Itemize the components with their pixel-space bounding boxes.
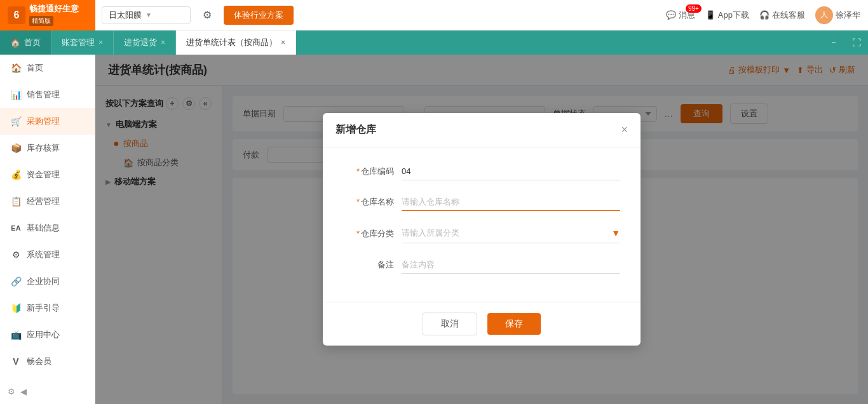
top-bar: 6 畅捷通好生意 精简版 日太阳膜 ▼ ⚙ 体验行业方案 💬 消息 99+ 📱 … [0,0,868,30]
field-name-label: *仓库名称 [343,196,394,208]
sidebar-inventory-label: 库存核算 [27,142,60,154]
guide-icon: 🔰 [10,302,22,314]
home-icon: 🏠 [10,38,20,48]
app-icon: 📱 [705,10,715,20]
vip-icon: V [10,356,22,367]
tab-accounts-close[interactable]: × [98,38,103,47]
tab-home-label: 首页 [24,37,41,48]
tab-accounts-label: 账套管理 [62,37,95,48]
sidebar-system-label: 系统管理 [27,249,60,260]
sidebar-collapse-icon[interactable]: ◀ [20,387,27,396]
user-name: 徐泽华 [836,10,860,21]
form-row-code: *仓库编码 [343,163,620,180]
sidebar-item-purchase[interactable]: 🛒 采购管理 [0,108,95,135]
dialog-title: 新增仓库 [336,123,376,137]
category-placeholder: 请输入所属分类 [402,227,459,239]
dialog-header: 新增仓库 × [323,113,641,147]
tab-purchase-return-close[interactable]: × [161,38,165,47]
finance-icon: 💰 [10,169,22,180]
tab-home[interactable]: 🏠 首页 [0,30,51,55]
sidebar-purchase-label: 采购管理 [27,116,60,127]
online-service-btn[interactable]: 🎧 在线客服 [759,10,805,21]
sidebar-enterprise-label: 企业协同 [27,276,60,287]
tab-purchase-stats[interactable]: 进货单统计表（按商品） × [176,30,296,55]
cancel-button[interactable]: 取消 [423,313,477,335]
tab-accounts[interactable]: 账套管理 × [51,30,114,55]
sidebar-finance-label: 资金管理 [27,169,60,180]
sidebar-sales-label: 销售管理 [27,89,60,100]
required-mark-category: * [356,229,360,238]
app-download-btn[interactable]: 📱 App下载 [705,10,749,21]
app-download-label: App下载 [718,10,749,21]
notification-badge: 99+ [686,4,702,13]
form-row-name: *仓库名称 [343,193,620,211]
sales-icon: 📊 [10,89,22,100]
headset-icon: 🎧 [759,10,770,20]
maximize-button[interactable]: ⛶ [845,30,868,55]
form-row-category: *仓库分类 请输入所属分类 ▼ [343,224,620,243]
required-mark-name: * [356,197,360,206]
sidebar-item-system[interactable]: ⚙ 系统管理 [0,241,95,268]
sidebar-item-basic-info[interactable]: EA 基础信息 [0,215,95,241]
dialog-overlay: 新增仓库 × *仓库编码 *仓库名称 [95,55,868,404]
user-menu[interactable]: 人 徐泽华 [815,6,860,24]
form-row-note: 备注 [343,256,620,274]
enterprise-icon: 🔗 [10,276,22,287]
dialog-body: *仓库编码 *仓库名称 *仓库分类 [323,147,641,302]
home-sidebar-icon: 🏠 [10,62,22,74]
sidebar-item-operations[interactable]: 📋 经营管理 [0,188,95,215]
logo-area: 6 畅捷通好生意 精简版 [0,0,95,30]
inventory-icon: 📦 [10,142,22,154]
field-category-select[interactable]: 请输入所属分类 ▼ [402,224,620,243]
sidebar-item-vip[interactable]: V 畅会员 [0,348,95,375]
sidebar-item-home[interactable]: 🏠 首页 [0,55,95,81]
sidebar-item-guide[interactable]: 🔰 新手引导 [0,295,95,321]
sidebar-item-inventory[interactable]: 📦 库存核算 [0,135,95,161]
sidebar-item-app-center[interactable]: 📺 应用中心 [0,321,95,348]
logo-title: 畅捷通好生意 [29,4,79,15]
basic-info-icon: EA [10,222,22,234]
sidebar-item-sales[interactable]: 📊 销售管理 [0,81,95,108]
field-note-input[interactable] [402,256,620,274]
main-layout: 🏠 首页 📊 销售管理 🛒 采购管理 📦 库存核算 💰 资金管理 📋 经营管理 … [0,55,868,404]
trial-button[interactable]: 体验行业方案 [224,6,294,25]
operations-icon: 📋 [10,196,22,207]
gear-button[interactable]: ⚙ [197,5,217,25]
online-service-label: 在线客服 [772,10,805,21]
tab-purchase-return-label: 进货退货 [124,37,157,48]
sidebar-item-finance[interactable]: 💰 资金管理 [0,161,95,188]
sidebar-basic-info-label: 基础信息 [27,222,60,234]
purchase-icon: 🛒 [10,116,22,127]
field-note-label: 备注 [343,259,394,271]
required-mark-code: * [356,166,360,176]
notification-btn[interactable]: 💬 消息 99+ [666,10,695,21]
dialog-close-button[interactable]: × [621,123,628,137]
sidebar-app-center-label: 应用中心 [27,329,60,340]
field-name-input[interactable] [402,193,620,211]
logo-icon: 6 [8,6,25,24]
top-right-area: 💬 消息 99+ 📱 App下载 🎧 在线客服 人 徐泽华 [666,6,860,24]
store-name: 日太阳膜 [109,10,142,21]
new-warehouse-dialog: 新增仓库 × *仓库编码 *仓库名称 [323,113,641,346]
field-code-input[interactable] [402,163,620,180]
sidebar-settings-icon[interactable]: ⚙ [8,387,15,396]
sidebar-guide-label: 新手引导 [27,302,60,314]
tab-purchase-return[interactable]: 进货退货 × [114,30,176,55]
sidebar: 🏠 首页 📊 销售管理 🛒 采购管理 📦 库存核算 💰 资金管理 📋 经营管理 … [0,55,95,404]
message-icon: 💬 [666,10,676,20]
sidebar-home-label: 首页 [27,62,43,74]
sidebar-vip-label: 畅会员 [27,356,51,367]
tab-purchase-stats-close[interactable]: × [281,38,285,47]
sidebar-operations-label: 经营管理 [27,196,60,207]
logo-badge: 精简版 [29,16,53,26]
field-category-label: *仓库分类 [343,228,394,239]
sidebar-item-enterprise[interactable]: 🔗 企业协同 [0,268,95,295]
dialog-footer: 取消 保存 [323,302,641,346]
sidebar-bottom: ⚙ ◀ [0,379,95,404]
avatar: 人 [815,6,833,24]
minimize-button[interactable]: － [822,30,845,55]
app-center-icon: 📺 [10,329,22,340]
store-selector[interactable]: 日太阳膜 ▼ [102,6,191,24]
save-button[interactable]: 保存 [487,313,541,335]
tab-purchase-stats-label: 进货单统计表（按商品） [186,37,277,48]
